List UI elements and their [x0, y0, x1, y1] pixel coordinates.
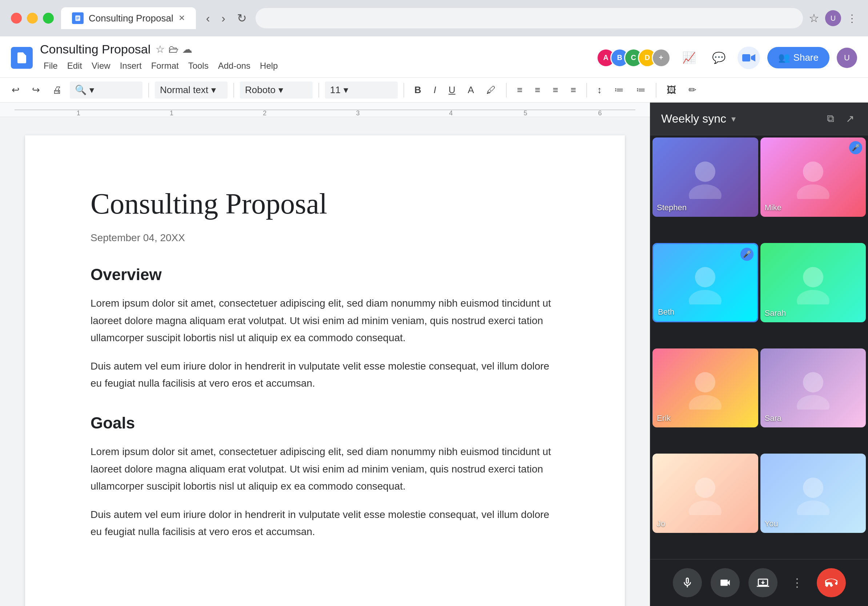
redo-button[interactable]: ↪: [28, 81, 44, 99]
divider-1: [148, 83, 149, 98]
italic-button[interactable]: I: [429, 81, 440, 99]
svg-point-20: [695, 478, 715, 498]
video-tile-beth: 🎤 Beth: [653, 243, 758, 322]
section-goals: Goals Lorem ipsum dolor sit amet, consec…: [90, 414, 560, 541]
user-avatar[interactable]: U: [837, 48, 857, 68]
refresh-button[interactable]: ↻: [234, 8, 250, 28]
video-name-jo: Jo: [657, 519, 665, 528]
browser-navigation: ‹ › ↻ ☆ U ⋮: [203, 8, 857, 28]
bullet-list-button[interactable]: ≔: [610, 81, 628, 99]
popout-button[interactable]: ↗: [843, 110, 857, 128]
edit-button[interactable]: ✏: [684, 81, 701, 99]
bold-button[interactable]: B: [410, 81, 426, 99]
bookmark-icon[interactable]: ☆: [809, 11, 819, 25]
trending-icon-button[interactable]: 📈: [678, 47, 701, 69]
video-tile-jo: Jo: [653, 454, 758, 533]
share-icon: 👥: [778, 52, 790, 63]
app-container: Consulting Proposal ☆ 🗁 ☁ File Edit View…: [0, 36, 868, 606]
underline-button[interactable]: U: [444, 81, 460, 99]
maximize-dot[interactable]: [43, 13, 54, 24]
menu-edit[interactable]: Edit: [64, 59, 86, 73]
share-label: Share: [794, 52, 818, 63]
ruler: 1 1 2 3 4 5 6: [0, 103, 650, 117]
menu-dots-icon[interactable]: ⋮: [847, 12, 857, 24]
tab-title: Consulting Proposal: [89, 13, 174, 24]
image-button[interactable]: 🖼: [662, 81, 680, 99]
divider-3: [318, 83, 319, 98]
video-tile-mike: 🎤 Mike: [760, 137, 866, 217]
video-mic-icon-mike: 🎤: [849, 141, 862, 154]
svg-rect-7: [742, 54, 750, 62]
align-right-button[interactable]: ≡: [548, 81, 562, 99]
document-area[interactable]: 1 1 2 3 4 5 6 Consulting Proposal Septem…: [0, 103, 650, 606]
style-select[interactable]: Normal text ▾: [155, 81, 228, 99]
docs-title-row: Consulting Proposal ☆ 🗁 ☁ File Edit View…: [11, 42, 857, 78]
toolbar: ↩ ↪ 🖨 🔍 ▾ Normal text ▾ Roboto ▾ 11 ▾ B …: [0, 78, 868, 103]
menu-file[interactable]: File: [40, 59, 61, 73]
video-person-jo: [653, 454, 758, 533]
video-name-you: You: [765, 519, 778, 528]
zoom-select[interactable]: 🔍 ▾: [70, 81, 143, 99]
section-goals-para-1: Lorem ipsum dolor sit amet, consectetuer…: [90, 443, 560, 495]
video-name-sarah: Sarah: [765, 308, 786, 318]
menu-addons[interactable]: Add-ons: [214, 59, 254, 73]
video-title: Weekly sync: [661, 112, 726, 126]
line-spacing-button[interactable]: ↕: [593, 81, 606, 99]
close-dot[interactable]: [11, 13, 22, 24]
star-icon[interactable]: ☆: [156, 43, 165, 55]
minimize-dot[interactable]: [27, 13, 38, 24]
collab-avatars: A B C D +: [597, 48, 671, 67]
menu-insert[interactable]: Insert: [116, 59, 146, 73]
end-call-button[interactable]: [817, 568, 846, 597]
mic-control-button[interactable]: [673, 568, 702, 597]
profile-avatar[interactable]: U: [825, 10, 841, 26]
cloud-icon[interactable]: ☁: [182, 43, 192, 55]
document-page[interactable]: Consulting Proposal September 04, 20XX O…: [25, 135, 625, 606]
forward-button[interactable]: ›: [219, 9, 228, 28]
undo-button[interactable]: ↩: [7, 81, 24, 99]
font-select[interactable]: Roboto ▾: [240, 81, 313, 99]
text-color-button[interactable]: A: [463, 81, 478, 99]
docs-header: Consulting Proposal ☆ 🗁 ☁ File Edit View…: [0, 36, 868, 78]
share-button[interactable]: 👥 Share: [767, 47, 829, 68]
pip-button[interactable]: ⧉: [824, 110, 837, 128]
svg-point-15: [797, 290, 829, 305]
svg-point-8: [695, 162, 715, 182]
video-tile-sara: Sara: [760, 348, 866, 428]
svg-point-18: [803, 372, 823, 393]
menu-format[interactable]: Format: [147, 59, 183, 73]
present-control-button[interactable]: [749, 568, 778, 597]
doc-title[interactable]: Consulting Proposal: [40, 42, 150, 56]
style-chevron: ▾: [211, 84, 216, 96]
justify-button[interactable]: ≡: [566, 81, 580, 99]
svg-point-17: [689, 395, 722, 410]
menu-tools[interactable]: Tools: [184, 59, 212, 73]
svg-point-22: [803, 478, 823, 498]
print-button[interactable]: 🖨: [48, 81, 66, 99]
video-tile-erik: Erik: [653, 348, 758, 428]
comment-icon-button[interactable]: 💬: [708, 47, 730, 69]
browser-tab[interactable]: Consulting Proposal ✕: [61, 7, 196, 29]
back-button[interactable]: ‹: [203, 9, 213, 28]
size-select[interactable]: 11 ▾: [325, 81, 398, 99]
address-bar[interactable]: [256, 8, 803, 28]
meet-icon-button[interactable]: [738, 47, 760, 69]
document-title: Consulting Proposal: [90, 186, 560, 221]
highlight-button[interactable]: 🖊: [482, 81, 500, 99]
svg-rect-1: [76, 17, 79, 17]
menu-help[interactable]: Help: [256, 59, 281, 73]
zoom-label: ▾: [90, 84, 94, 96]
tab-close-button[interactable]: ✕: [178, 14, 185, 23]
menu-view[interactable]: View: [88, 59, 114, 73]
section-goals-heading: Goals: [90, 414, 560, 432]
more-options-button[interactable]: ⋮: [786, 572, 808, 594]
folder-icon[interactable]: 🗁: [168, 43, 178, 55]
svg-point-21: [689, 500, 722, 515]
section-overview-para-1: Lorem ipsum dolor sit amet, consectetuer…: [90, 295, 560, 347]
video-tile-stephen: Stephen: [653, 137, 758, 217]
align-left-button[interactable]: ≡: [513, 81, 527, 99]
align-center-button[interactable]: ≡: [530, 81, 544, 99]
numbered-list-button[interactable]: ≔: [632, 81, 650, 99]
camera-control-button[interactable]: [711, 568, 740, 597]
chevron-down-icon[interactable]: ▾: [731, 114, 736, 124]
